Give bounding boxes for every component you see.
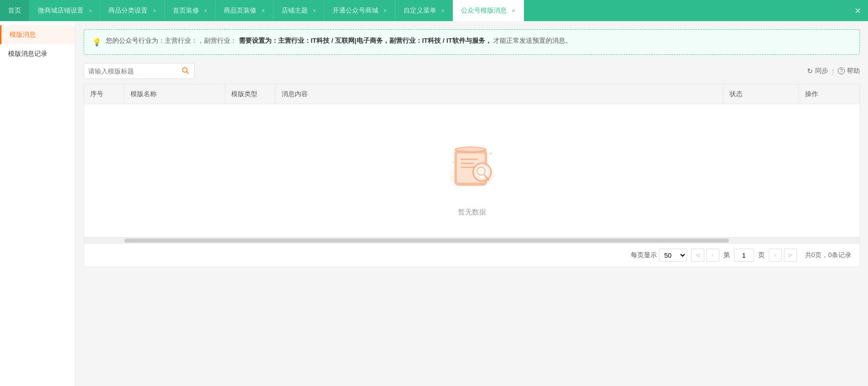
tab-home-decor[interactable]: 首页装修 × [165,0,216,21]
pagination: 每页显示 50 20 100 ⊲ ‹ 第 页 › ⊳ 共0页，0条记录 [84,243,859,267]
help-circle-icon: ? [838,67,845,74]
page-number-input[interactable] [734,249,754,262]
th-type: 模版类型 [225,85,276,104]
svg-text:✦: ✦ [489,151,493,157]
page-first-button[interactable]: ⊲ [691,249,704,262]
tab-theme-close[interactable]: × [313,8,316,14]
page-word: 第 [723,251,730,260]
tab-product-decor-label: 商品页装修 [224,6,256,15]
svg-rect-6 [460,163,475,164]
notice-content: 您的公众号行业为：主营行业：，副营行业： 需要设置为：主营行业：IT科技 / 互… [106,36,572,46]
tab-theme[interactable]: 店铺主题 × [274,0,324,21]
tab-category[interactable]: 商品分类设置 × [100,0,164,21]
svg-line-1 [187,71,189,73]
svg-rect-5 [460,159,478,160]
empty-text: 暂无数据 [458,208,486,217]
tab-category-close[interactable]: × [153,8,156,14]
th-name: 模版名称 [124,85,225,104]
tab-product-decor-close[interactable]: × [261,8,264,14]
tab-category-label: 商品分类设置 [108,6,148,15]
toolbar-right: ↻ 同步 | ? 帮助 [807,66,860,75]
help-label: 帮助 [847,66,860,75]
tab-template-msg-label: 公众号模版消息 [461,6,507,15]
sync-button[interactable]: ↻ 同步 [807,66,828,75]
tab-product-decor[interactable]: 商品页装修 × [216,0,273,21]
page-last-button[interactable]: ⊳ [784,249,797,262]
divider: | [832,67,834,75]
sync-label: 同步 [815,66,828,75]
tab-home-decor-label: 首页装修 [173,6,199,15]
page-prev-button[interactable]: ‹ [706,249,719,262]
notice-box: 💡 您的公众号行业为：主营行业：，副营行业： 需要设置为：主营行业：IT科技 /… [84,29,860,55]
sidebar-item-template-log-label: 模版消息记录 [8,50,47,57]
page-navigation: ⊲ ‹ 第 页 › ⊳ [691,249,797,262]
tab-open-shop[interactable]: 开通公众号商城 × [324,0,395,21]
search-icon [182,67,189,74]
svg-point-9 [456,147,485,151]
bulb-icon: 💡 [92,36,102,48]
tab-shop-settings-label: 微商城店铺设置 [38,6,84,15]
th-status: 状态 [723,85,799,104]
sync-icon: ↻ [807,67,813,75]
tab-template-msg-close[interactable]: × [512,8,515,14]
page-size-selector: 每页显示 50 20 100 [631,249,687,262]
tab-bar: 首页 微商城店铺设置 × 商品分类设置 × 首页装修 × 商品页装修 × 店铺主… [0,0,868,21]
page-next-button[interactable]: › [769,249,782,262]
tab-home-label: 首页 [8,6,21,15]
page-size-select-input[interactable]: 50 20 100 [659,249,687,262]
help-button[interactable]: ? 帮助 [838,66,860,75]
sidebar-item-template-msg[interactable]: 模版消息 [0,25,75,44]
toolbar: ↻ 同步 | ? 帮助 [84,63,860,79]
tab-custom-menu-label: 自定义菜单 [404,6,436,15]
page-unit: 页 [758,251,765,260]
tab-home[interactable]: 首页 [0,0,30,21]
empty-icon: ✦ ✦ [439,134,505,200]
th-action: 操作 [799,85,859,104]
search-input[interactable] [88,67,181,75]
tab-shop-settings[interactable]: 微商城店铺设置 × [30,0,100,21]
page-size-label: 每页显示 [631,251,657,260]
notice-suffix: 才能正常发送预置的消息。 [493,37,572,44]
scrollbar-thumb[interactable] [124,239,729,243]
window-close-button[interactable]: ✕ [847,0,868,21]
notice-highlight: 需要设置为：主营行业：IT科技 / 互联网|电子商务，副营行业：IT科技 / I… [239,37,492,44]
sidebar-item-template-msg-label: 模版消息 [10,31,36,38]
tab-custom-menu-close[interactable]: × [441,8,444,14]
content-area: 💡 您的公众号行业为：主营行业：，副营行业： 需要设置为：主营行业：IT科技 /… [76,21,868,386]
tab-custom-menu[interactable]: 自定义菜单 × [395,0,453,21]
tab-shop-settings-close[interactable]: × [89,8,92,14]
sidebar-item-template-log[interactable]: 模版消息记录 [0,44,75,63]
tab-home-decor-close[interactable]: × [204,8,207,14]
tab-open-shop-label: 开通公众号商城 [332,6,378,15]
horizontal-scrollbar[interactable] [84,237,859,243]
tab-open-shop-close[interactable]: × [383,8,386,14]
table-header: 序号 模版名称 模版类型 消息内容 状态 操作 [84,85,859,104]
search-button[interactable] [181,67,190,75]
th-content: 消息内容 [276,85,723,104]
main-layout: 模版消息 模版消息记录 💡 您的公众号行业为：主营行业：，副营行业： 需要设置为… [0,21,868,386]
th-seq: 序号 [84,85,124,104]
svg-text:✦: ✦ [451,160,455,165]
search-box [84,63,194,79]
notice-prefix: 您的公众号行业为：主营行业：，副营行业： [106,37,237,44]
tab-theme-label: 店铺主题 [282,6,308,15]
page-total-text: 共0页，0条记录 [805,251,851,260]
tab-template-msg[interactable]: 公众号模版消息 × [453,0,523,21]
sidebar: 模版消息 模版消息记录 [0,21,76,386]
table-wrapper: 序号 模版名称 模版类型 消息内容 状态 操作 [84,84,860,267]
empty-state: ✦ ✦ 暂无数据 [84,104,859,237]
